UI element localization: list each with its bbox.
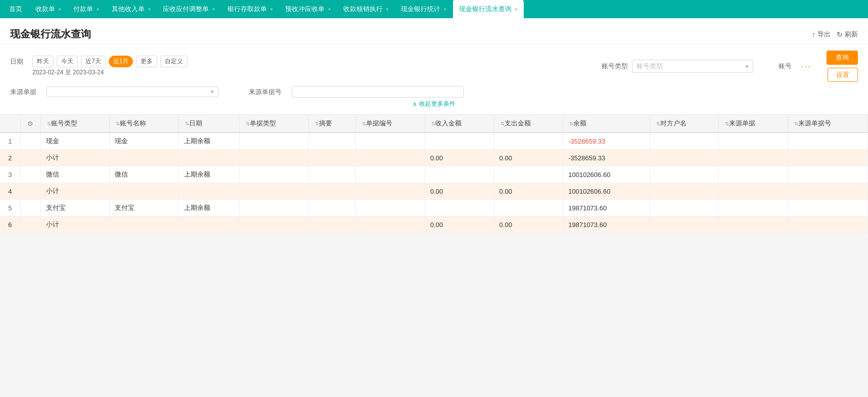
cell-account_type: 微信 [40,166,110,183]
col-header-counterpart[interactable]: ⇅对方户名 [650,115,719,133]
cell-date: 上期余额 [178,200,239,216]
cell-expense [494,166,563,183]
cell-source_doc_no [788,133,867,150]
tab-close-icon[interactable]: × [212,6,215,12]
col-header-expense[interactable]: ⇅支出金额 [494,115,563,133]
cell-doc_no [356,216,425,233]
tab-label: 应收应付调整单 [163,5,209,14]
col-sort-icon: ⇅ [362,121,366,126]
source-doc-label: 来源单据 [10,87,36,97]
tab-close-icon[interactable]: × [58,6,61,12]
account-type-value: 账号类型 [636,62,663,71]
cell-doc_type [239,183,308,200]
cell-account_name: 微信 [110,166,179,183]
col-header-account_name[interactable]: ⇅账号名称 [110,115,179,133]
col-sort-icon: ⇅ [116,121,120,126]
cell-source_doc_no [788,150,867,166]
date-range: 2023-02-24 至 2023-03-24 [32,68,104,77]
source-doc-chevron-icon: ▾ [211,89,214,95]
col-sort-icon: ⇅ [569,121,573,126]
tab-close-icon[interactable]: × [386,6,389,12]
source-doc-no-input[interactable] [292,86,464,98]
nav-tab-预收冲应收单[interactable]: 预收冲应收单× [279,0,337,18]
row-num: 3 [0,166,20,183]
source-doc-select[interactable]: ▾ [47,86,218,97]
setting-button[interactable]: 设置 [828,68,858,82]
date-option-自定义[interactable]: 自定义 [160,56,188,67]
col-header-source_doc_no[interactable]: ⇅来源单据号 [788,115,867,133]
filter-row-1: 日期 昨天今天近7天近1月更多自定义 2023-02-24 至 2023-03-… [10,51,858,82]
row-num: 1 [0,133,20,150]
tab-close-icon[interactable]: × [515,6,518,12]
cell-source_doc [719,216,788,233]
filter-area: 日期 昨天今天近7天近1月更多自定义 2023-02-24 至 2023-03-… [0,45,868,115]
date-option-今天[interactable]: 今天 [57,56,78,67]
page-title: 现金银行流水查询 [10,27,91,41]
cell-account_name [110,150,179,166]
col-header-income[interactable]: ⇅收入金额 [425,115,494,133]
col-header-date[interactable]: ⇅日期 [178,115,239,133]
collapse-up-icon: ∧ [413,101,417,108]
table-row: 6小计0.000.0019871073.60 [0,216,868,233]
date-option-近7天[interactable]: 近7天 [81,56,106,67]
tab-close-icon[interactable]: × [443,6,446,12]
account-type-label: 账号类型 [602,62,628,71]
tab-label: 预收冲应收单 [285,5,325,14]
nav-home[interactable]: 首页 [2,5,29,14]
collapse-bar[interactable]: ∧ 收起更多条件 [10,98,858,108]
cell-summary [308,200,356,216]
settings-icon[interactable]: ⚙ [27,120,33,127]
tab-label: 收款核销执行 [343,5,383,14]
export-button[interactable]: ↑ 导出 [812,30,831,39]
nav-tab-收款核销执行[interactable]: 收款核销执行× [337,0,395,18]
col-header-summary[interactable]: ⇅摘要 [308,115,356,133]
tab-close-icon[interactable]: × [328,6,331,12]
col-header-settings[interactable]: ⚙ [20,115,40,133]
col-header-doc_type[interactable]: ⇅单据类型 [239,115,308,133]
account-dots-button[interactable]: ··· [801,61,811,72]
nav-tab-现金银行流水查询[interactable]: 现金银行流水查询× [453,0,524,18]
cell-counterpart [650,133,719,150]
cell-summary [308,150,356,166]
col-header-account_type[interactable]: ⇅账号类型 [40,115,110,133]
date-option-昨天[interactable]: 昨天 [32,56,54,67]
refresh-button[interactable]: ↻ 刷新 [837,30,858,39]
col-sort-icon: ⇅ [656,121,660,126]
nav-tab-付款单[interactable]: 付款单× [67,0,105,18]
cell-account_name [110,183,179,200]
col-sort-icon: ⇅ [431,121,435,126]
cell-doc_type [239,216,308,233]
tab-label: 收款单 [35,5,55,14]
nav-tab-应收应付调整单[interactable]: 应收应付调整单× [157,0,221,18]
cell-account_name [110,216,179,233]
cell-balance: 19871073.60 [563,200,650,216]
date-label: 日期 [10,57,28,66]
cell-doc_no [356,183,425,200]
export-label: 导出 [817,30,831,39]
col-header-source_doc[interactable]: ⇅来源单据 [719,115,788,133]
page-header: 现金银行流水查询 ↑ 导出 ↻ 刷新 [0,18,868,45]
cell-account_type: 现金 [40,133,110,150]
cell-summary [308,133,356,150]
date-option-更多[interactable]: 更多 [136,56,157,67]
account-type-select[interactable]: 账号类型 ▾ [632,60,753,73]
query-button[interactable]: 查询 [827,51,858,65]
tab-close-icon[interactable]: × [148,6,151,12]
date-option-近1月[interactable]: 近1月 [109,56,133,67]
cell-balance: 100102606.60 [563,166,650,183]
nav-tab-银行存取款单[interactable]: 银行存取款单× [221,0,279,18]
col-header-num[interactable] [0,115,20,133]
tab-label: 其他收入单 [112,5,145,14]
col-header-doc_no[interactable]: ⇅单据编号 [356,115,425,133]
cell-source_doc_no [788,166,867,183]
nav-tab-现金银行统计[interactable]: 现金银行统计× [395,0,452,18]
refresh-label: 刷新 [845,30,858,39]
tab-label: 付款单 [73,5,93,14]
col-header-balance[interactable]: ⇅余额 [563,115,650,133]
nav-tab-收款单[interactable]: 收款单× [29,0,67,18]
nav-tab-其他收入单[interactable]: 其他收入单× [106,0,157,18]
col-sort-icon: ⇅ [185,121,189,126]
tab-close-icon[interactable]: × [270,6,273,12]
table-row: 1现金现金上期余额-3528659.33 [0,133,868,150]
tab-close-icon[interactable]: × [96,6,99,12]
